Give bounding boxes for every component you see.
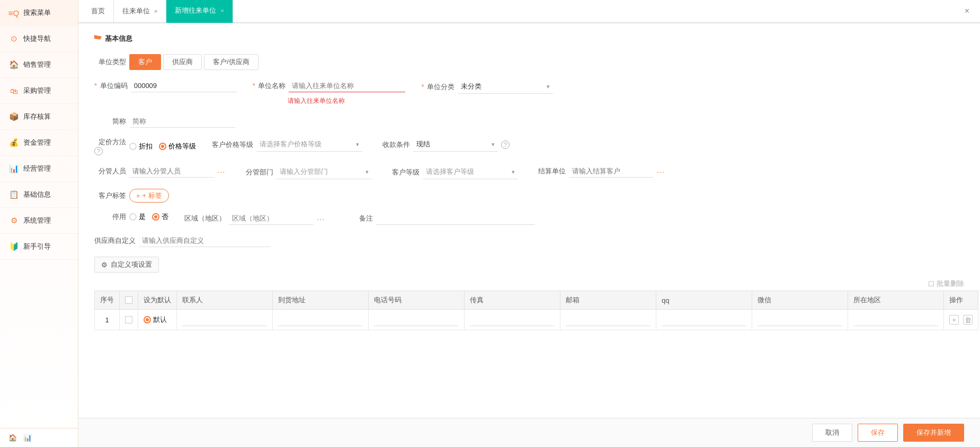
add-tag-btn[interactable]: + + 标签 [129, 189, 169, 203]
unit-category-required: * [421, 83, 424, 91]
tab-bar-close-all[interactable]: × [958, 6, 976, 16]
unit-type-customer-btn[interactable]: 客户 [129, 54, 161, 70]
manager-input[interactable] [129, 165, 214, 178]
payment-terms-help-icon[interactable]: ? [501, 141, 510, 149]
disabled-no-radio[interactable] [152, 213, 159, 221]
custom-settings-btn[interactable]: ⚙ 自定义项设置 [94, 257, 159, 273]
sidebar-item-guide[interactable]: 🔰 新手引导 [0, 234, 78, 260]
disabled-yes-radio[interactable] [129, 213, 137, 221]
sidebar-item-operations[interactable]: 📊 经营管理 [0, 156, 78, 182]
customer-level-group: 客户等级 请选择客户等级 ▾ [388, 165, 518, 179]
cell-phone [369, 310, 465, 330]
remarks-label: 备注 [341, 214, 373, 223]
inventory-icon: 📦 [8, 111, 19, 122]
customer-level-arrow-icon: ▾ [512, 169, 515, 176]
sidebar-item-search[interactable]: ≡Q 搜索菜单 [0, 0, 78, 26]
cancel-button[interactable]: 取消 [812, 424, 852, 442]
payment-terms-select[interactable]: 现结 ▾ [413, 137, 498, 152]
batch-delete-icon: ☐ [928, 280, 934, 288]
unit-type-buttons: 客户 供应商 客户/供应商 [129, 54, 259, 70]
region-dots-btn[interactable]: ··· [317, 214, 325, 223]
add-row-btn[interactable]: + [949, 315, 959, 325]
customer-price-arrow-icon: ▾ [356, 141, 359, 148]
unit-category-select[interactable]: 未分类 ▾ [458, 80, 553, 94]
tab-new-contact-close[interactable]: × [220, 7, 224, 14]
sidebar-home-icon[interactable]: 🏠 [8, 434, 17, 442]
sidebar-item-inventory[interactable]: 📦 库存核算 [0, 104, 78, 130]
tab-new-contact[interactable]: 新增往来单位 × [166, 0, 233, 23]
supplier-custom-group: 供应商自定义 [94, 234, 271, 247]
region-input[interactable] [229, 212, 314, 225]
sidebar-item-finance[interactable]: 💰 资金管理 [0, 130, 78, 156]
cell-check [120, 310, 138, 330]
settlement-group: 结算单位 ··· [534, 165, 665, 178]
sidebar-stats-icon[interactable]: 📊 [23, 434, 32, 442]
sidebar-item-purchase[interactable]: 🛍 采购管理 [0, 78, 78, 104]
tab-contacts[interactable]: 往来单位 × [114, 0, 166, 23]
remarks-input[interactable] [376, 212, 535, 225]
remarks-group: 备注 [341, 212, 535, 225]
tab-contacts-label: 往来单位 [122, 6, 150, 16]
disabled-group: 停用 是 否 [94, 212, 168, 222]
disabled-yes-option[interactable]: 是 [129, 212, 146, 222]
batch-delete-label[interactable]: 批量删除 [937, 279, 964, 288]
customer-level-select[interactable]: 请选择客户等级 ▾ [423, 165, 518, 179]
default-radio-item[interactable]: 默认 [144, 315, 171, 325]
supplier-custom-row: 供应商自定义 [94, 234, 964, 247]
short-name-input[interactable] [129, 115, 235, 128]
pricing-discount-option[interactable]: 折扣 [129, 142, 153, 151]
customer-tag-label: 客户标签 [94, 191, 126, 200]
region-input[interactable] [853, 313, 938, 326]
tab-home[interactable]: 首页 [83, 0, 114, 23]
unit-code-input[interactable] [131, 80, 237, 92]
supplier-custom-input[interactable] [139, 234, 271, 247]
section-flag-icon [94, 35, 102, 42]
save-button[interactable]: 保存 [858, 424, 898, 442]
disabled-no-option[interactable]: 否 [152, 212, 168, 222]
guide-icon: 🔰 [8, 241, 19, 252]
unit-name-input[interactable] [289, 80, 405, 92]
col-phone: 电话号码 [369, 291, 465, 310]
sidebar-item-sales[interactable]: 🏠 销售管理 [0, 52, 78, 78]
section-basic-info: 基本信息 [94, 34, 964, 43]
unit-type-both-btn[interactable]: 客户/供应商 [204, 54, 259, 70]
contact-input[interactable] [182, 313, 267, 326]
email-input[interactable] [566, 313, 651, 326]
pricing-discount-radio[interactable] [129, 143, 137, 150]
phone-input[interactable] [374, 313, 459, 326]
settlement-input[interactable] [569, 165, 654, 178]
department-select[interactable]: 请输入分管部门 ▾ [277, 165, 372, 179]
sidebar-item-system[interactable]: ⚙ 系统管理 [0, 208, 78, 234]
pricing-level-option[interactable]: 价格等级 [159, 142, 196, 151]
sidebar-item-label: 快捷导航 [23, 34, 51, 43]
unit-name-required: * [253, 82, 255, 90]
department-group: 分管部门 请输入分管部门 ▾ [242, 165, 372, 179]
default-radio[interactable] [144, 316, 151, 323]
address-input[interactable] [278, 313, 363, 326]
pricing-level-radio[interactable] [159, 143, 166, 150]
unit-code-label: * 单位编码 [94, 81, 128, 91]
disabled-label: 停用 [94, 212, 126, 222]
customer-price-select[interactable]: 请选择客户价格等级 ▾ [256, 137, 362, 152]
unit-code-required: * [94, 82, 97, 90]
cell-default: 默认 [138, 310, 177, 330]
sidebar-item-basicinfo[interactable]: 📋 基础信息 [0, 182, 78, 208]
department-arrow-icon: ▾ [366, 169, 369, 176]
unit-type-supplier-btn[interactable]: 供应商 [163, 54, 202, 70]
manager-dots-btn[interactable]: ··· [217, 167, 226, 176]
pricing-help-icon[interactable]: ? [94, 147, 103, 155]
settlement-dots-btn[interactable]: ··· [657, 167, 665, 176]
delete-row-btn[interactable]: 🗑 [963, 315, 973, 325]
qq-input[interactable] [662, 313, 746, 326]
row-checkbox[interactable] [125, 316, 132, 323]
tab-contacts-close[interactable]: × [154, 8, 157, 14]
sidebar-item-quicknav[interactable]: ⊙ 快捷导航 [0, 26, 78, 52]
fax-input[interactable] [470, 313, 555, 326]
save-new-button[interactable]: 保存并新增 [903, 424, 964, 442]
row-actions: + 🗑 [949, 315, 973, 325]
customer-price-label: 客户价格等级 [212, 140, 253, 150]
select-all-checkbox[interactable] [125, 296, 132, 304]
batch-delete-area: ☐ 批量删除 [94, 279, 964, 288]
default-label: 默认 [153, 315, 167, 325]
wechat-input[interactable] [758, 313, 842, 326]
